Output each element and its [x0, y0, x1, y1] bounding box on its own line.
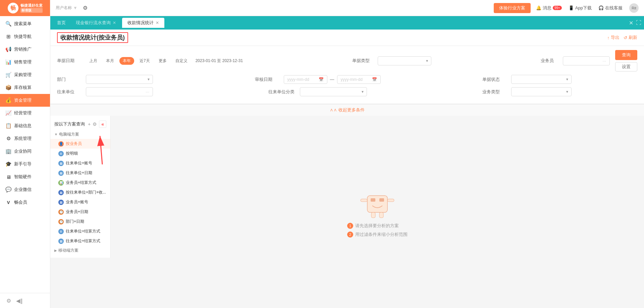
salesman-dots[interactable]: ··· — [602, 58, 606, 63]
scheme-item-partner-account[interactable]: ▦ 往来单位+账号 — [50, 158, 110, 168]
collapse-icon: ∧∧ — [330, 107, 338, 112]
tab-receipts[interactable]: 收款情况统计 ✕ — [122, 18, 164, 28]
date-range-display: 2023-01-01 至 2023-12-31 — [196, 58, 243, 64]
sidebar-item-member[interactable]: V 畅会员 — [0, 196, 50, 209]
review-date-to[interactable]: yyyy-mm-dd 📅 — [337, 75, 381, 84]
basic-icon: 📋 — [5, 123, 11, 129]
date-tab-this-month[interactable]: 本月 — [103, 57, 117, 65]
tab-bank[interactable]: 现金银行流水查询 ✕ — [70, 18, 121, 28]
bottom-collapse-icon[interactable]: ◀‖ — [16, 297, 23, 304]
header-settings-icon[interactable]: ⚙ — [83, 5, 88, 11]
sidebar-item-purchase[interactable]: 🛒 采购管理 — [0, 68, 50, 81]
partner-category-label: 往来单位分类 — [268, 89, 294, 95]
date-tab-last7[interactable]: 近7天 — [136, 57, 153, 65]
collapse-button[interactable]: ∧∧ 收起更多条件 — [330, 107, 365, 112]
sidebar-item-system[interactable]: ⚙ 系统管理 — [0, 132, 50, 145]
chart-icon: 📊 — [58, 180, 64, 186]
svg-rect-3 — [371, 198, 375, 202]
trial-button[interactable]: 体验行业方案 — [494, 3, 531, 13]
svg-rect-4 — [379, 198, 384, 202]
mobile-scheme-expand-icon: ▶ — [54, 249, 57, 252]
dept-select-wrapper — [86, 75, 153, 84]
sidebar: 畅 畅捷通好生意 标准版 🔍 搜索菜单 ⊞ 快捷导航 📢 营销推广 📊 销售管理… — [0, 0, 50, 308]
partner-label: 往来单位 — [57, 89, 80, 95]
close-window-icon[interactable]: ✕ — [629, 20, 633, 26]
empty-tip-1: 1 请先选择要分析的方案 — [347, 223, 408, 229]
date-tab-custom[interactable]: 自定义 — [172, 57, 191, 65]
mobile-scheme-group: ▶ 移动端方案 — [50, 246, 110, 255]
partner-dots[interactable]: ··· — [146, 89, 149, 94]
sidebar-item-finance[interactable]: 💰 资金管理 — [0, 94, 50, 107]
user-avatar[interactable]: Rit — [629, 3, 639, 13]
app-download-item[interactable]: 📱 App下载 — [569, 5, 592, 11]
query-button[interactable]: 查询 — [615, 50, 637, 60]
notification-item[interactable]: 🔔 消息 99+ — [536, 5, 562, 11]
sidebar-item-marketing[interactable]: 📢 营销推广 — [0, 43, 50, 56]
tab-bank-close[interactable]: ✕ — [113, 20, 116, 25]
voucher-type-label: 单据类型 — [352, 58, 372, 64]
salesman-label: 业务员 — [541, 58, 557, 64]
member-icon: V — [5, 199, 11, 205]
sidebar-item-inventory[interactable]: 📦 库存核算 — [0, 81, 50, 94]
panel-collapse-icon[interactable]: « — [99, 120, 106, 128]
sidebar-item-guide[interactable]: 🎓 新手引导 — [0, 158, 50, 170]
voucher-type-select-wrapper — [378, 56, 431, 65]
inventory-icon: 📦 — [5, 85, 11, 91]
voucher-type-select[interactable] — [378, 56, 431, 65]
panel-add-icon[interactable]: + — [88, 121, 91, 127]
filter-area: 单据日期 上月 本月 本年 近7天 更多 自定义 2023-01-01 至 20… — [50, 46, 644, 104]
sidebar-item-basic[interactable]: 📋 基础信息 — [0, 119, 50, 132]
date-tab-this-year[interactable]: 本年 — [119, 57, 134, 65]
settings-filter-button[interactable]: 设置 — [615, 62, 637, 71]
scheme-item-partner-settle2[interactable]: ▦ 往来单位+结算方式 — [50, 236, 110, 246]
scheme-item-by-salesman[interactable]: 👤 按业务员 — [50, 139, 110, 149]
date-tab-more[interactable]: 更多 — [155, 57, 170, 65]
date-tab-last-month[interactable]: 上月 — [86, 57, 101, 65]
dept-select[interactable] — [86, 75, 153, 84]
bottom-settings-icon[interactable]: ⚙ — [5, 297, 12, 304]
maximize-window-icon[interactable]: ⛶ — [636, 20, 641, 26]
scheme-item-salesman-date[interactable]: 🕐 业务员+日期 — [50, 207, 110, 217]
sidebar-item-corp[interactable]: 🏢 企业协同 — [0, 145, 50, 158]
scheme-item-by-detail[interactable]: ⊞ 按明细 — [50, 149, 110, 158]
svg-rect-7 — [371, 212, 375, 218]
voucher-status-select[interactable] — [511, 75, 572, 84]
marketing-icon: 📢 — [5, 46, 11, 52]
sidebar-nav: 🔍 搜索菜单 ⊞ 快捷导航 📢 营销推广 📊 销售管理 🛒 采购管理 📦 库存核… — [0, 16, 50, 293]
scheme-item-salesman-settle[interactable]: 📊 业务员+结算方式 — [50, 178, 110, 188]
sidebar-item-hardware[interactable]: 🖥 智能硬件 — [0, 170, 50, 183]
content-split: 按以下方案查询 + ⚙ « ▼ 电脑端方案 👤 — [50, 116, 644, 308]
desktop-scheme-title[interactable]: ▼ 电脑端方案 — [50, 130, 110, 139]
service-icon: 🎧 — [598, 5, 604, 10]
scheme-item-partner-date[interactable]: ▦ 往来单位+日期 — [50, 168, 110, 178]
panel-settings-icon[interactable]: ⚙ — [93, 121, 97, 127]
sidebar-item-shortcut[interactable]: ⊞ 快捷导航 — [0, 30, 50, 43]
business-type-select[interactable] — [511, 87, 572, 96]
tab-receipts-close[interactable]: ✕ — [156, 20, 159, 25]
export-button[interactable]: ↑ 导出 — [607, 35, 620, 41]
sidebar-item-wechat[interactable]: 💬 企业微信 — [0, 183, 50, 196]
table-icon-2: ▦ — [58, 170, 64, 176]
empty-tips-list: 1 请先选择要分析的方案 2 用过滤条件来缩小分析范围 — [347, 223, 408, 240]
online-service-item[interactable]: 🎧 在线客服 — [598, 5, 623, 11]
app-logo: 畅 畅捷通好生意 标准版 — [0, 0, 50, 16]
svg-rect-6 — [387, 199, 394, 202]
panel-header: 按以下方案查询 + ⚙ « — [50, 118, 110, 130]
scheme-item-salesman-account[interactable]: ▦ 业务员+账号 — [50, 197, 110, 207]
scheme-item-partner-settle1[interactable]: ⊞ 往来单位+结算方式 — [50, 226, 110, 236]
clock-icon-1: 🕐 — [58, 209, 64, 215]
voucher-status-label: 单据状态 — [482, 76, 506, 83]
sidebar-item-search[interactable]: 🔍 搜索菜单 — [0, 17, 50, 30]
scheme-item-dept-date[interactable]: 🕐 部门+日期 — [50, 217, 110, 226]
filter-row-partner: 往来单位 ··· 往来单位分类 业务类型 — [57, 87, 637, 96]
tab-home[interactable]: 首页 — [53, 18, 70, 28]
operation-icon: 📈 — [5, 110, 11, 116]
sidebar-item-operation[interactable]: 📈 经营管理 — [0, 107, 50, 119]
partner-category-select[interactable] — [300, 87, 367, 96]
refresh-button[interactable]: ↺ 刷新 — [624, 35, 637, 41]
scheme-item-by-partner-dept[interactable]: ▦ 按往来单位+部门+收... — [50, 188, 110, 197]
sidebar-item-sales[interactable]: 📊 销售管理 — [0, 56, 50, 68]
review-date-from[interactable]: yyyy-mm-dd 📅 — [284, 75, 327, 84]
filter-actions: 查询 设置 — [615, 50, 637, 71]
mobile-scheme-title[interactable]: ▶ 移动端方案 — [50, 246, 110, 255]
